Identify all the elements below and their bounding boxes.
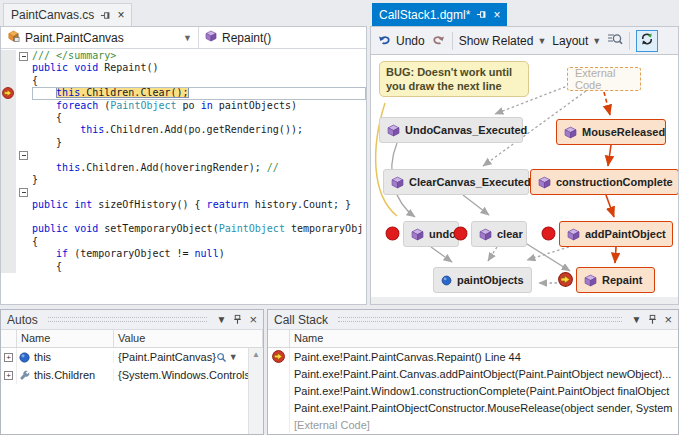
drag-grip[interactable] [338,317,621,322]
callstack-row[interactable]: Paint.exe!Paint.PaintObjectConstructor.M… [268,399,678,416]
close-icon[interactable]: × [117,10,124,20]
method-selector[interactable]: Repaint() [199,27,277,48]
tab-paintcanvas[interactable]: PaintCanvas.cs × [3,3,132,26]
code-line-text[interactable]: { [32,112,366,124]
code-line[interactable]: public void Repaint() [1,62,366,74]
code-line[interactable]: public int sizeOfHistory() { reaturn his… [1,199,366,211]
bug-note[interactable]: BUG: Doesn't work until you draw the nex… [379,61,529,97]
autos-row[interactable]: +this.Children{System.Windows.Controls [1,366,248,384]
breakpoint-margin[interactable] [1,112,16,124]
breakpoint-margin[interactable] [1,211,16,223]
code-line[interactable] [1,186,366,198]
magnifier-icon[interactable] [216,352,227,363]
collapse-box-icon[interactable] [19,151,28,160]
pin-icon[interactable] [232,314,243,325]
breakpoint-margin[interactable] [1,199,16,211]
breakpoint-margin[interactable] [1,186,16,198]
collapse-box-icon[interactable] [19,188,28,197]
breakpoint-icon[interactable] [541,226,556,245]
breakpoint-margin[interactable] [1,223,16,235]
expander-icon[interactable]: + [4,353,13,362]
code-line-text[interactable]: this.Children.Add(po.getRendering()); [32,124,366,136]
breakpoint-margin[interactable] [1,174,16,186]
callstack-row[interactable]: [External Code] [268,416,678,433]
current-statement-icon[interactable] [558,272,573,291]
chevron-down-icon[interactable]: ▼ [229,352,238,362]
dgml-node-clearcanvas-executed[interactable]: ClearCanvas_Executed [383,169,529,195]
breakpoint-margin[interactable] [1,87,16,99]
breakpoint-icon[interactable] [453,226,468,245]
code-line[interactable]: this.Children.Clear(); [1,87,366,99]
code-line[interactable] [1,149,366,161]
variable-value-cell[interactable]: {Paint.PaintCanvas}▼ [114,351,248,363]
callstack-row[interactable]: Paint.exe!Paint.Window1.constructionComp… [268,382,678,399]
dgml-node-mousereleased[interactable]: MouseReleased [556,119,666,145]
code-line[interactable]: this.Children.Add(hoveringRender); // [1,162,366,174]
code-line-text[interactable]: { [32,261,366,273]
class-selector[interactable]: Paint.PaintCanvas ▼ [1,27,199,48]
dgml-node-paintobjects[interactable]: paintObjects [433,267,532,293]
dgml-node-addpaintobject[interactable]: addPaintObject [559,221,673,247]
pin-icon[interactable] [100,10,111,21]
code-line-text[interactable]: this.Children.Add(hoveringRender); // [32,162,366,174]
code-line[interactable]: if (temporaryObject != null) [1,248,366,260]
code-line-text[interactable]: if (temporaryObject != null) [32,248,366,260]
breakpoint-margin[interactable] [1,75,16,87]
code-line[interactable]: this.Children.Add(po.getRendering()); [1,124,366,136]
window-menu-icon[interactable]: ▼ [632,314,642,325]
sync-button[interactable] [636,30,658,52]
breakpoint-margin[interactable] [1,162,16,174]
column-header-value[interactable]: Value [114,330,263,347]
code-line[interactable]: public void setTemporaryObject(PaintObje… [1,223,366,235]
tab-callstack-dgml[interactable]: CallStack1.dgml* × [372,3,507,26]
code-line[interactable]: } [1,137,366,149]
code-line[interactable]: } [1,174,366,186]
code-line-text[interactable]: { [32,236,366,248]
code-line-text[interactable]: foreach (PaintObject po in paintObjects) [32,100,366,112]
collapse-box-icon[interactable] [19,52,28,61]
code-editor[interactable]: /// </summary>public void Repaint(){ thi… [1,50,366,304]
code-line[interactable]: { [1,75,366,87]
breakpoint-margin[interactable] [1,137,16,149]
code-line-text[interactable]: public void Repaint() [32,62,366,74]
autos-row[interactable]: +this{Paint.PaintCanvas}▼ [1,348,248,366]
callstack-titlebar[interactable]: Call Stack ▼ × [268,310,678,330]
code-line-text[interactable] [32,211,366,223]
code-line-text[interactable] [32,149,366,161]
code-line-text[interactable]: } [32,137,366,149]
code-line-text[interactable] [32,186,366,198]
column-header-name[interactable]: Name [290,330,678,347]
code-line-text[interactable]: this.Children.Clear(); [32,87,366,99]
autos-titlebar[interactable]: Autos ▼ × [1,310,263,330]
code-line-text[interactable]: { [32,75,366,87]
breakpoint-margin[interactable] [1,62,16,74]
value-tools[interactable]: ▼ [216,352,238,363]
breakpoint-icon[interactable] [385,226,400,245]
close-icon[interactable]: × [493,10,500,20]
canvas-scrollbar-track[interactable] [371,297,678,304]
pin-icon[interactable] [647,314,658,325]
autos-scrollbar[interactable]: ▲ [248,348,263,434]
dgml-node-clear[interactable]: clear [471,221,527,247]
code-line[interactable]: { [1,261,366,273]
expander-icon[interactable]: + [4,371,13,380]
breakpoint-margin[interactable] [1,248,16,260]
code-line-text[interactable]: } [32,174,366,186]
variable-value-cell[interactable]: {System.Windows.Controls [114,369,248,381]
variable-name-cell[interactable]: this [17,351,114,363]
drag-grip[interactable] [48,317,207,322]
variable-name-cell[interactable]: this.Children [17,369,114,381]
code-line[interactable] [1,211,366,223]
dgml-node-undo[interactable]: undo [403,221,459,247]
dgml-node-undocanvas-executed[interactable]: UndoCanvas_Executed [379,117,523,143]
code-line-text[interactable]: public void setTemporaryObject(PaintObje… [32,223,366,235]
code-line[interactable]: { [1,236,366,248]
redo-button[interactable] [431,32,446,50]
breakpoint-margin[interactable] [1,149,16,161]
layout-dropdown[interactable]: Layout ▼ [552,34,601,48]
show-related-dropdown[interactable]: Show Related ▼ [459,34,547,48]
breakpoint-margin[interactable] [1,261,16,273]
dgml-node-constructioncomplete[interactable]: constructionComplete [530,169,679,195]
callstack-row[interactable]: Paint.exe!Paint.PaintCanvas.Repaint() Li… [268,348,678,365]
callstack-row[interactable]: Paint.exe!Paint.Paint.Canvas.addPaintObj… [268,365,678,382]
